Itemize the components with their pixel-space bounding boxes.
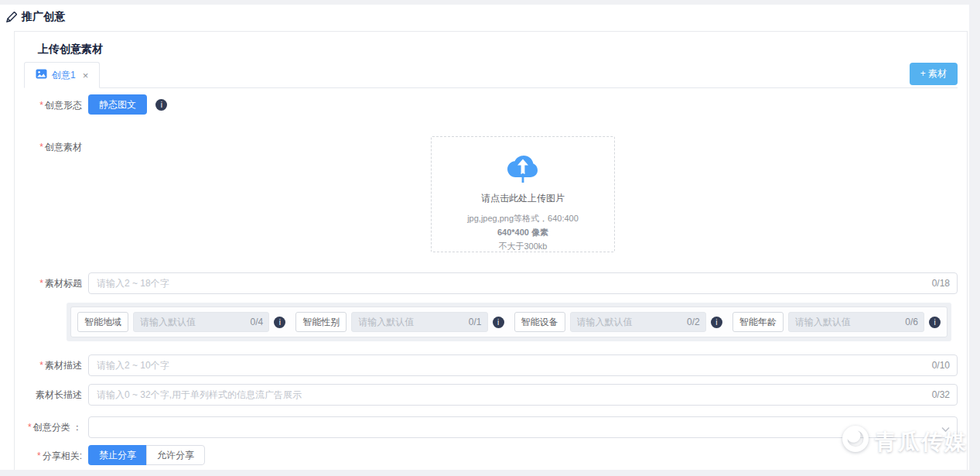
static-image-text-button[interactable]: 静态图文: [88, 94, 147, 115]
creative-form: *创意形态 静态图文 i *创意素材: [15, 94, 967, 467]
smart-device-label: 智能设备: [514, 312, 565, 332]
smart-fields-container: 智能地域 0/4 i 智能性别 0/1 i 智能设备: [70, 306, 948, 337]
right-scrollbar-track[interactable]: [969, 0, 980, 476]
creative-form-label: *创意形态: [15, 94, 88, 116]
page-title: 推广创意: [6, 10, 65, 24]
row-material-long-desc: 素材长描述 0/32: [15, 384, 958, 406]
image-icon: [36, 69, 47, 81]
tab-close-icon[interactable]: ×: [83, 70, 89, 81]
required-mark: *: [39, 100, 43, 111]
row-creative-material: *创意素材 请点击此处上传图片 jpg,jpeg,png等格式，640:400 …: [15, 136, 958, 252]
material-desc-label: *素材描述: [15, 354, 88, 376]
creative-card: 上传创意素材 创意1 × + 素材 *创意形态 静态图文 i *创意素材: [14, 31, 968, 476]
required-mark: *: [39, 278, 43, 289]
row-material-title: *素材标题 0/18: [15, 272, 958, 294]
smart-age-label: 智能年龄: [732, 312, 784, 332]
info-icon[interactable]: i: [155, 99, 167, 111]
info-icon[interactable]: i: [711, 317, 722, 328]
smart-region-label: 智能地域: [77, 312, 128, 332]
material-title-counter: 0/18: [932, 272, 950, 294]
tab-creative-1[interactable]: 创意1 ×: [24, 62, 100, 88]
smart-region-counter: 0/4: [251, 312, 264, 332]
smart-region-input[interactable]: [133, 312, 269, 332]
upload-hint-filesize: 不大于300kb: [432, 241, 614, 252]
edit-pencil-icon: [6, 12, 17, 22]
creative-material-label: *创意素材: [15, 136, 88, 158]
page-title-text: 推广创意: [22, 10, 65, 24]
smart-device-input[interactable]: [570, 312, 706, 332]
row-share: *分享相关: 禁止分享 允许分享: [15, 445, 958, 467]
row-creative-category: *创意分类 ：: [15, 416, 958, 438]
material-title-label: *素材标题: [15, 272, 88, 294]
smart-gender-label: 智能性别: [295, 312, 347, 332]
required-mark: *: [39, 142, 43, 152]
row-creative-form: *创意形态 静态图文 i: [15, 94, 958, 116]
smart-age-group: 智能年龄 0/6 i: [732, 312, 941, 332]
row-material-desc: *素材描述 0/10: [15, 354, 958, 376]
upload-hint-format: jpg,jpeg,png等格式，640:400: [432, 213, 614, 224]
smart-fields-band: 智能地域 0/4 i 智能性别 0/1 i 智能设备: [67, 303, 951, 341]
smart-region-group: 智能地域 0/4 i: [77, 312, 285, 332]
share-toggle-group: 禁止分享 允许分享: [88, 445, 958, 465]
smart-gender-input[interactable]: [351, 312, 487, 332]
material-title-input[interactable]: [88, 272, 958, 294]
material-long-desc-counter: 0/32: [932, 384, 950, 406]
creative-category-label: *创意分类 ：: [15, 416, 88, 438]
smart-gender-group: 智能性别 0/1 i: [295, 312, 504, 332]
material-desc-input[interactable]: [88, 354, 958, 376]
upload-hint-main: 请点击此处上传图片: [432, 192, 614, 205]
tab-label: 创意1: [52, 69, 76, 82]
bottom-scrollbar-track[interactable]: [0, 470, 980, 476]
chevron-down-icon: [941, 424, 950, 435]
smart-device-counter: 0/2: [687, 312, 700, 332]
share-label: *分享相关:: [15, 445, 88, 467]
info-icon[interactable]: i: [274, 317, 285, 328]
upload-hint-size: 640*400 像素: [432, 227, 614, 238]
smart-age-input[interactable]: [788, 312, 924, 332]
add-material-button[interactable]: + 素材: [910, 63, 958, 85]
section-title: 上传创意素材: [38, 43, 967, 57]
required-mark: *: [28, 422, 32, 433]
creative-tabs: 创意1 × + 素材: [24, 63, 958, 88]
image-upload-dropzone[interactable]: 请点击此处上传图片 jpg,jpeg,png等格式，640:400 640*40…: [431, 136, 615, 252]
forbid-share-button[interactable]: 禁止分享: [88, 445, 147, 465]
creative-category-select[interactable]: [88, 416, 958, 438]
material-desc-counter: 0/10: [932, 354, 950, 376]
cloud-upload-icon: [432, 152, 614, 186]
smart-device-group: 智能设备 0/2 i: [514, 312, 722, 332]
material-long-desc-label: 素材长描述: [15, 384, 88, 406]
required-mark: *: [37, 450, 41, 461]
smart-gender-counter: 0/1: [469, 312, 482, 332]
info-icon[interactable]: i: [493, 317, 504, 328]
required-mark: *: [39, 360, 43, 371]
info-icon[interactable]: i: [929, 317, 941, 328]
allow-share-button[interactable]: 允许分享: [146, 445, 205, 465]
top-scroll-strip: [0, 0, 980, 5]
smart-age-counter: 0/6: [905, 312, 918, 332]
material-long-desc-input[interactable]: [88, 384, 958, 406]
